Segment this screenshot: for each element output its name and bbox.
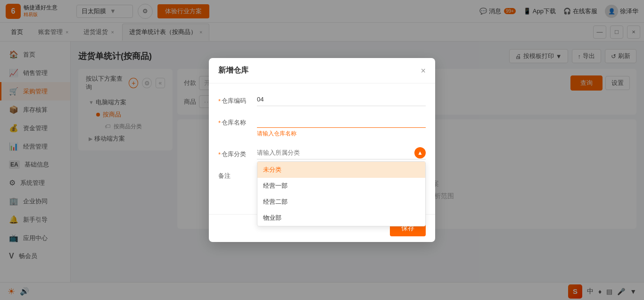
- category-dropdown-toggle[interactable]: ▲: [414, 147, 426, 158]
- dialog-body: * 仓库编码 * 仓库名称 请输入仓库名称: [209, 83, 435, 214]
- new-warehouse-dialog: 新增仓库 × * 仓库编码 * 仓库名称: [209, 58, 435, 242]
- warehouse-name-row: * 仓库名称 请输入仓库名称: [218, 115, 426, 138]
- category-input[interactable]: [257, 146, 426, 159]
- category-field: ▲ 未分类 经营一部 经营二部 物业部: [257, 146, 426, 159]
- category-option-property[interactable]: 物业部: [257, 210, 425, 226]
- dialog-close-btn[interactable]: ×: [421, 67, 426, 75]
- name-label: * 仓库名称: [218, 115, 251, 127]
- category-option-dept2[interactable]: 经营二部: [257, 194, 425, 210]
- category-label: * 仓库分类: [218, 146, 251, 158]
- warehouse-category-row: * 仓库分类 ▲ 未分类 经营一部 经营二部 物业部: [218, 146, 426, 159]
- category-option-dept1[interactable]: 经营一部: [257, 178, 425, 194]
- code-label: * 仓库编码: [218, 93, 251, 105]
- remarks-label: 备注: [218, 168, 251, 180]
- code-input[interactable]: [257, 93, 426, 106]
- category-dropdown-list: 未分类 经营一部 经营二部 物业部: [257, 161, 426, 226]
- category-option-uncategorized[interactable]: 未分类: [257, 162, 425, 178]
- modal-overlay: 新增仓库 × * 仓库编码 * 仓库名称: [0, 0, 644, 300]
- dialog-title: 新增仓库: [218, 66, 248, 75]
- name-field: 请输入仓库名称: [257, 115, 426, 138]
- name-error-msg: 请输入仓库名称: [257, 130, 426, 138]
- dialog-header: 新增仓库 ×: [209, 58, 435, 83]
- warehouse-code-row: * 仓库编码: [218, 93, 426, 106]
- code-field: [257, 93, 426, 106]
- name-input[interactable]: [257, 115, 426, 128]
